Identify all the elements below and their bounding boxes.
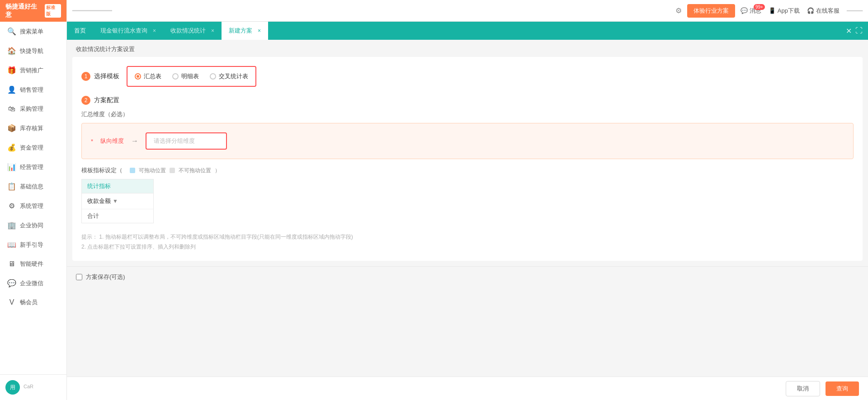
gear-icon: ⚙ [7, 202, 16, 210]
dimension-label: 汇总维度（必选） [81, 110, 854, 118]
save-checkbox[interactable] [76, 274, 82, 280]
sidebar-item-label: 企业协同 [20, 221, 43, 230]
sidebar-item-label: 系统管理 [20, 202, 43, 210]
radio-cross[interactable]: 交叉统计表 [210, 72, 248, 80]
radio-summary-label: 汇总表 [144, 72, 161, 80]
sidebar-item-label: 畅会员 [20, 298, 38, 306]
user-icon: 👤 [7, 85, 16, 94]
dimension-select[interactable]: 请选择分组维度 [146, 132, 227, 150]
radio-cross-label: 交叉统计表 [219, 72, 248, 80]
metrics-cell-total: 合计 [82, 209, 153, 223]
arrow-icon: → [131, 137, 138, 145]
sidebar-item-search[interactable]: 🔍 搜索菜单 [0, 22, 66, 41]
sidebar-item-marketing[interactable]: 🎁 营销推广 [0, 61, 66, 80]
sidebar-item-label: 销售管理 [20, 86, 43, 94]
close-window-icon[interactable]: ✕ [846, 27, 852, 35]
sidebar-item-inventory[interactable]: 📦 库存核算 [0, 118, 66, 138]
radio-summary-dot [135, 73, 141, 80]
sidebar-item-system[interactable]: ⚙ 系统管理 [0, 196, 66, 216]
bag-icon: 🛍 [7, 105, 16, 113]
tab-stats[interactable]: 收款情况统计 × [163, 22, 222, 40]
sidebar-item-label: 基础信息 [20, 183, 43, 191]
sidebar-item-operations[interactable]: 📊 经营管理 [0, 157, 66, 177]
metrics-header-row: 模板指标设定（ 可拖动位置 不可拖动位置 ） [81, 166, 854, 174]
required-mark: * [91, 138, 93, 145]
topbar-right: 💬 消息 99+ 📱 App下载 🎧 在线客服 ━━━━━ [741, 7, 863, 15]
tab-new-label: 新建方案 [229, 27, 252, 35]
radio-detail[interactable]: 明细表 [172, 72, 199, 80]
metrics-cell-amount[interactable]: 收款金额 ▼ [82, 193, 153, 209]
cancel-button[interactable]: 取消 [786, 381, 820, 396]
settings-icon[interactable]: ⚙ [675, 6, 682, 15]
online-support-label: 在线客服 [816, 7, 840, 15]
step2-section: 2 方案配置 汇总维度（必选） * 纵向维度 → 请选择分组维度 [81, 96, 854, 252]
sidebar-item-label: 采购管理 [20, 105, 43, 113]
tab-home[interactable]: 首页 [67, 22, 93, 40]
radio-cross-dot [210, 73, 216, 80]
dropdown-icon: ▼ [113, 198, 118, 204]
tab-bank-close[interactable]: × [153, 28, 156, 34]
app-download-label: App下载 [778, 7, 800, 15]
sidebar-item-sales[interactable]: 👤 销售管理 [0, 80, 66, 99]
template-selection: 汇总表 明细表 交叉统计表 [127, 66, 256, 87]
tab-new[interactable]: 新建方案 × [222, 22, 268, 40]
metrics-table-header: 统计指标 [82, 179, 153, 193]
edition-badge: 标准版 [45, 4, 61, 18]
monitor-icon: 🖥 [7, 260, 16, 268]
headset-icon: 🎧 [807, 7, 814, 14]
notification-icon: 💬 [741, 7, 748, 14]
tab-stats-close[interactable]: × [211, 28, 214, 34]
step1-badge: 1 [81, 72, 90, 81]
user-avatar[interactable]: 用 [5, 380, 20, 395]
gift-icon: 🎁 [7, 66, 16, 75]
movable-legend-dot [130, 168, 135, 173]
tab-bank[interactable]: 现金银行流水查询 × [93, 22, 163, 40]
vertical-dimension-label: 纵向维度 [100, 137, 124, 145]
sidebar-item-label: 企业微信 [20, 279, 43, 287]
sidebar-item-label: 资金管理 [20, 144, 43, 152]
trial-button[interactable]: 体验行业方案 [687, 4, 735, 18]
sidebar-item-quicknav[interactable]: 🏠 快捷导航 [0, 41, 66, 61]
topbar: ━━━━━━━━━━━ ⚙ 体验行业方案 💬 消息 99+ 📱 App下载 🎧 … [67, 0, 868, 22]
content-area: 收款情况统计方案设置 1 选择模板 汇总表 明细表 [67, 40, 868, 376]
metrics-section: 模板指标设定（ 可拖动位置 不可拖动位置 ） 统计指标 收款金额 [81, 166, 854, 223]
sidebar-item-guide[interactable]: 📖 新手引导 [0, 235, 66, 254]
list-icon: 📋 [7, 182, 16, 191]
tips-section: 提示： 1. 拖动标题栏可以调整布局，不可跨维度或指标区域拖动栏目字段(只能在同… [81, 232, 854, 252]
save-row: 方案保存(可选) [67, 266, 868, 287]
step2-label: 方案配置 [94, 96, 119, 104]
save-label: 方案保存(可选) [86, 273, 125, 281]
notification-button[interactable]: 💬 消息 99+ [741, 7, 761, 15]
close-paren: ） [215, 167, 220, 174]
fixed-legend-label: 不可拖动位置 [179, 167, 211, 174]
app-name: 畅捷通好生意 [5, 3, 43, 19]
expand-window-icon[interactable]: ⛶ [855, 27, 863, 35]
user-info: ━━━━━ [847, 8, 863, 14]
sidebar-bottom-label: CaR [24, 384, 33, 395]
building-icon: 🏢 [7, 221, 16, 230]
step1-label: 选择模板 [94, 72, 119, 80]
chart-icon: 📊 [7, 163, 16, 171]
tab-home-label: 首页 [74, 27, 86, 35]
sidebar-item-purchase[interactable]: 🛍 采购管理 [0, 99, 66, 118]
sidebar-item-member[interactable]: V 畅会员 [0, 293, 66, 312]
tab-new-close[interactable]: × [258, 28, 261, 34]
query-button[interactable]: 查询 [826, 381, 859, 396]
sidebar-item-wechat[interactable]: 💬 企业微信 [0, 273, 66, 293]
breadcrumb: ━━━━━━━━━━━ [72, 7, 670, 14]
tab-bank-label: 现金银行流水查询 [100, 27, 147, 35]
tips-line2: 2. 点击标题栏下拉可设置排序、插入列和删除列 [81, 242, 854, 252]
sidebar-item-label: 营销推广 [20, 66, 43, 75]
tab-stats-label: 收款情况统计 [170, 27, 206, 35]
home-icon: 🏠 [7, 47, 16, 55]
radio-summary[interactable]: 汇总表 [135, 72, 161, 80]
sidebar-item-hardware[interactable]: 🖥 智能硬件 [0, 254, 66, 273]
sidebar-item-capital[interactable]: 💰 资金管理 [0, 138, 66, 157]
sidebar-item-basic[interactable]: 📋 基础信息 [0, 177, 66, 196]
online-support-button[interactable]: 🎧 在线客服 [807, 7, 840, 15]
crown-icon: V [7, 298, 16, 306]
app-download-button[interactable]: 📱 App下载 [769, 7, 800, 15]
step2-badge: 2 [81, 96, 90, 105]
sidebar-item-enterprise[interactable]: 🏢 企业协同 [0, 216, 66, 235]
dimension-row: * 纵向维度 → 请选择分组维度 [91, 132, 227, 150]
